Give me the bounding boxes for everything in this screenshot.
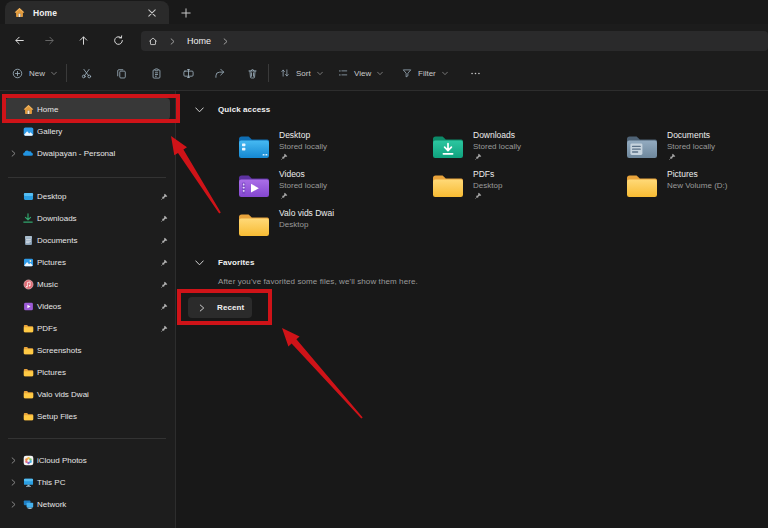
back-button[interactable] bbox=[6, 28, 32, 52]
tile-pictures[interactable]: Pictures New Volume (D:) bbox=[626, 172, 768, 206]
pin-icon bbox=[475, 153, 482, 160]
tile-desktop[interactable]: Desktop Stored locally bbox=[238, 133, 428, 167]
favorites-collapse-button[interactable] bbox=[195, 260, 207, 266]
sidebar-item-music[interactable]: Music bbox=[5, 273, 170, 295]
sidebar-item-pdfs[interactable]: PDFs bbox=[5, 317, 170, 339]
sidebar-item-videos[interactable]: Videos bbox=[5, 295, 170, 317]
view-button[interactable]: View bbox=[332, 56, 389, 90]
quick-access-section-label[interactable]: Quick access bbox=[218, 105, 270, 114]
sort-button[interactable]: Sort bbox=[274, 56, 329, 90]
favorites-section-label[interactable]: Favorites bbox=[218, 258, 254, 267]
downloads-icon bbox=[22, 212, 34, 224]
pin-icon bbox=[161, 259, 168, 266]
chevron-right-icon[interactable] bbox=[7, 457, 19, 464]
sidebar-item-pictures-folder[interactable]: Pictures bbox=[5, 361, 170, 383]
rename-button[interactable] bbox=[177, 63, 199, 83]
sidebar-item-label: PDFs bbox=[37, 324, 57, 333]
sidebar-item-label: Videos bbox=[37, 302, 61, 311]
command-bar: New Sort View bbox=[0, 56, 768, 91]
videos-icon bbox=[22, 300, 34, 312]
documents-icon bbox=[22, 234, 34, 246]
sidebar-item-gallery[interactable]: Gallery bbox=[5, 120, 170, 142]
navigation-pane: Home Gallery Dwaipayan - Personal Deskto… bbox=[0, 91, 176, 528]
sidebar-item-label: iCloud Photos bbox=[37, 456, 87, 465]
navigation-bar: Home bbox=[0, 24, 768, 56]
sidebar-item-label: Dwaipayan - Personal bbox=[37, 149, 115, 158]
new-tab-button[interactable] bbox=[176, 3, 195, 22]
tile-valo-vids-dwai[interactable]: Valo vids Dwai Desktop bbox=[238, 211, 428, 245]
pin-icon bbox=[161, 325, 168, 332]
desktop-folder-icon bbox=[238, 133, 270, 160]
sidebar-item-label: Documents bbox=[37, 236, 77, 245]
paste-icon bbox=[151, 68, 162, 79]
cut-button[interactable] bbox=[75, 63, 97, 83]
tile-videos[interactable]: Videos Stored locally bbox=[238, 172, 428, 206]
tile-detail: Stored locally bbox=[279, 181, 327, 190]
sidebar-item-pictures[interactable]: Pictures bbox=[5, 251, 170, 273]
tile-documents[interactable]: Documents Stored locally bbox=[626, 133, 768, 167]
sidebar-item-setup-files[interactable]: Setup Files bbox=[5, 405, 170, 427]
tile-detail: Desktop bbox=[473, 181, 502, 190]
refresh-button[interactable] bbox=[105, 28, 131, 52]
file-explorer-window: Home Home bbox=[0, 0, 768, 528]
sidebar-item-this-pc[interactable]: This PC bbox=[5, 471, 170, 493]
filter-icon bbox=[402, 68, 412, 78]
this-pc-icon bbox=[22, 476, 34, 488]
tile-detail: New Volume (D:) bbox=[667, 181, 727, 190]
forward-button[interactable] bbox=[36, 28, 62, 52]
pin-icon bbox=[281, 153, 288, 160]
close-icon[interactable] bbox=[144, 5, 160, 21]
sidebar-item-network[interactable]: Network bbox=[5, 493, 170, 515]
tile-pdfs[interactable]: PDFs Desktop bbox=[432, 172, 622, 206]
sidebar-item-onedrive[interactable]: Dwaipayan - Personal bbox=[5, 142, 170, 164]
pin-icon bbox=[161, 193, 168, 200]
folder-icon bbox=[22, 410, 34, 422]
arrow-left-icon bbox=[14, 35, 25, 46]
copy-icon bbox=[116, 68, 127, 79]
paste-button[interactable] bbox=[145, 63, 167, 83]
up-button[interactable] bbox=[70, 28, 96, 52]
tile-detail: Desktop bbox=[279, 220, 308, 229]
sidebar-item-desktop[interactable]: Desktop bbox=[5, 185, 170, 207]
favorites-empty-text: After you've favorited some files, we'll… bbox=[218, 277, 418, 286]
chevron-down-icon bbox=[317, 71, 323, 76]
sidebar-item-label: Network bbox=[37, 500, 66, 509]
pictures-icon bbox=[22, 256, 34, 268]
tab-home[interactable]: Home bbox=[5, 1, 169, 24]
new-button[interactable]: New bbox=[6, 56, 63, 90]
chevron-down-icon bbox=[195, 107, 204, 113]
plus-icon bbox=[181, 8, 191, 18]
sidebar-item-icloud-photos[interactable]: iCloud Photos bbox=[5, 449, 170, 471]
sort-icon bbox=[280, 68, 290, 78]
icloud-photos-icon bbox=[22, 454, 34, 466]
share-button[interactable] bbox=[208, 63, 230, 83]
quick-access-collapse-button[interactable] bbox=[195, 107, 207, 113]
pin-icon bbox=[669, 153, 676, 160]
chevron-right-icon[interactable] bbox=[7, 501, 19, 508]
chevron-right-icon[interactable] bbox=[7, 479, 19, 486]
address-bar[interactable]: Home bbox=[141, 31, 768, 51]
filter-button[interactable]: Filter bbox=[396, 56, 454, 90]
sidebar-separator bbox=[8, 177, 166, 178]
sidebar-item-downloads[interactable]: Downloads bbox=[5, 207, 170, 229]
chevron-down-icon bbox=[51, 71, 57, 76]
tile-downloads[interactable]: Downloads Stored locally bbox=[432, 133, 622, 167]
sidebar-item-documents[interactable]: Documents bbox=[5, 229, 170, 251]
tile-name: Desktop bbox=[279, 130, 310, 140]
sidebar-item-label: Screenshots bbox=[37, 346, 81, 355]
delete-button[interactable] bbox=[241, 63, 263, 83]
sidebar-separator bbox=[8, 438, 166, 439]
sidebar-item-screenshots[interactable]: Screenshots bbox=[5, 339, 170, 361]
sidebar-item-label: Valo vids Dwai bbox=[37, 390, 89, 399]
music-icon bbox=[22, 278, 34, 290]
chevron-right-icon[interactable] bbox=[223, 38, 228, 45]
breadcrumb-location[interactable]: Home bbox=[187, 36, 211, 46]
chevron-right-icon[interactable] bbox=[7, 150, 19, 157]
new-button-label: New bbox=[29, 69, 45, 78]
more-button[interactable] bbox=[464, 63, 486, 83]
folder-icon bbox=[22, 366, 34, 378]
sidebar-item-valo-vids[interactable]: Valo vids Dwai bbox=[5, 383, 170, 405]
copy-button[interactable] bbox=[110, 63, 132, 83]
cut-icon bbox=[81, 68, 92, 79]
onedrive-icon bbox=[22, 147, 34, 159]
